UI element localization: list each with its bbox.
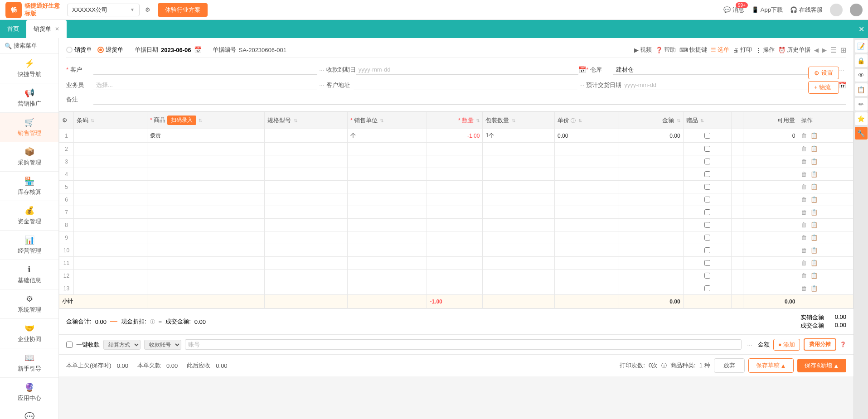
gift-checkbox[interactable] (704, 273, 710, 279)
rp-star-btn[interactable]: ⭐ (855, 112, 868, 125)
expense-info-icon[interactable]: ❓ (840, 342, 846, 347)
row-pkgqty[interactable] (483, 181, 555, 193)
delete-icon[interactable]: 🗑 (801, 222, 807, 228)
nav-next-icon[interactable]: ▶ (822, 47, 827, 53)
copy-icon[interactable]: 📋 (810, 183, 818, 190)
sidebar-item-guide[interactable]: 📖 新手引导 (0, 348, 58, 378)
row-spec[interactable] (265, 282, 347, 295)
row-qty[interactable]: -1.00 (427, 129, 483, 143)
gift-checkbox[interactable] (704, 209, 710, 215)
company-selector[interactable]: XXXXXX公司 ▼ (67, 4, 140, 16)
sidebar-item-finance[interactable]: 💰 资金管理 (0, 201, 58, 231)
abandon-btn[interactable]: 放弃 (714, 358, 745, 373)
dots-btn-payment[interactable]: ··· (745, 341, 754, 348)
customer-input[interactable] (93, 65, 317, 75)
row-price[interactable]: 0.00 (555, 129, 619, 143)
row-goods[interactable] (147, 282, 265, 295)
row-spec[interactable] (265, 257, 347, 270)
row-unit[interactable] (347, 270, 427, 282)
row-price[interactable] (555, 282, 619, 295)
row-spec[interactable] (265, 155, 347, 168)
sidebar-search[interactable]: 🔍 搜索菜单 (0, 38, 58, 54)
row-qty[interactable] (427, 155, 483, 168)
payment-calendar-icon[interactable]: 📅 (578, 66, 586, 73)
row-amount[interactable] (619, 270, 683, 282)
sidebar-item-purchase[interactable]: 📦 采购管理 (0, 142, 58, 172)
rp-lock-btn[interactable]: 🔒 (855, 54, 868, 67)
avatar[interactable] (830, 4, 843, 16)
radio-return-order[interactable]: 退货单 (97, 46, 123, 54)
delete-icon[interactable]: 🗑 (801, 171, 807, 178)
row-price[interactable] (555, 193, 619, 206)
gift-checkbox[interactable] (704, 146, 710, 152)
row-spec[interactable] (265, 270, 347, 282)
add-payment-btn[interactable]: ● 添加 (773, 339, 800, 351)
row-spec[interactable] (265, 206, 347, 219)
row-goods[interactable] (147, 244, 265, 257)
view-list-icon[interactable]: ☰ (830, 46, 837, 54)
row-pkgqty[interactable] (483, 193, 555, 206)
row-amount[interactable] (619, 193, 683, 206)
row-qty[interactable] (427, 282, 483, 295)
sidebar-item-management[interactable]: 📊 经营管理 (0, 231, 58, 260)
row-unit[interactable] (347, 244, 427, 257)
row-price[interactable] (555, 244, 619, 257)
online-support-btn[interactable]: 🎧 在线客服 (790, 6, 823, 14)
row-spec[interactable] (265, 181, 347, 193)
row-spec[interactable] (265, 143, 347, 155)
row-unit[interactable]: 个 (347, 129, 427, 143)
row-goods[interactable] (147, 257, 265, 270)
row-unit[interactable] (347, 181, 427, 193)
print-btn[interactable]: 🖨 打印 (733, 46, 752, 54)
row-spec[interactable] (265, 231, 347, 244)
row-pkgqty[interactable] (483, 231, 555, 244)
save-draft-btn[interactable]: 保存草稿 ▲ (748, 358, 794, 373)
row-goods[interactable] (147, 270, 265, 282)
delete-icon[interactable]: 🗑 (801, 272, 807, 279)
row-qty[interactable] (427, 206, 483, 219)
gift-checkbox[interactable] (704, 133, 710, 139)
form-settings-btn[interactable]: ⚙ 设置 (808, 67, 839, 79)
save-new-btn[interactable]: 保存&新增 ▲ (797, 359, 846, 372)
row-price[interactable] (555, 219, 619, 231)
customer-dots-btn[interactable]: ··· (317, 66, 326, 73)
row-barcode[interactable] (74, 282, 147, 295)
row-price[interactable] (555, 257, 619, 270)
gift-checkbox[interactable] (704, 260, 710, 266)
row-qty[interactable] (427, 270, 483, 282)
settings-icon-btn[interactable]: ⚙ (141, 4, 154, 16)
salesperson-dots-btn[interactable]: ··· (317, 82, 326, 89)
settlement-method-select[interactable]: 结算方式 (103, 340, 141, 350)
row-unit[interactable] (347, 282, 427, 295)
sidebar-item-collaboration[interactable]: 🤝 企业协同 (0, 319, 58, 348)
customer-addr-input[interactable] (354, 80, 577, 90)
row-unit[interactable] (347, 231, 427, 244)
nav-prev-icon[interactable]: ◀ (814, 47, 819, 53)
row-pkgqty[interactable] (483, 155, 555, 168)
row-pkgqty[interactable] (483, 143, 555, 155)
help-btn[interactable]: ❓ 帮助 (655, 46, 676, 54)
row-price[interactable] (555, 181, 619, 193)
row-qty[interactable] (427, 257, 483, 270)
row-barcode[interactable] (74, 129, 147, 143)
delete-icon[interactable]: 🗑 (801, 234, 807, 241)
row-amount[interactable] (619, 168, 683, 181)
row-pkgqty[interactable] (483, 270, 555, 282)
row-goods[interactable] (147, 143, 265, 155)
row-spec[interactable] (265, 193, 347, 206)
salesperson-input[interactable] (93, 80, 317, 90)
row-qty[interactable] (427, 181, 483, 193)
shortcut-btn[interactable]: ⌨ 快捷键 (679, 46, 707, 54)
calendar-icon[interactable]: 📅 (194, 46, 202, 53)
th-gear[interactable]: ⚙ (59, 112, 74, 129)
warehouse-input[interactable] (613, 65, 837, 75)
copy-icon[interactable]: 📋 (810, 285, 818, 292)
row-spec[interactable] (265, 244, 347, 257)
row-qty[interactable] (427, 168, 483, 181)
copy-icon[interactable]: 📋 (810, 260, 818, 266)
row-unit[interactable] (347, 206, 427, 219)
sort-price[interactable]: ⇅ (578, 118, 582, 123)
rp-clipboard-btn[interactable]: 📋 (855, 83, 868, 96)
history-btn[interactable]: ⏰ 历史单据 (778, 46, 810, 54)
sort-amount[interactable]: ⇅ (677, 118, 680, 123)
